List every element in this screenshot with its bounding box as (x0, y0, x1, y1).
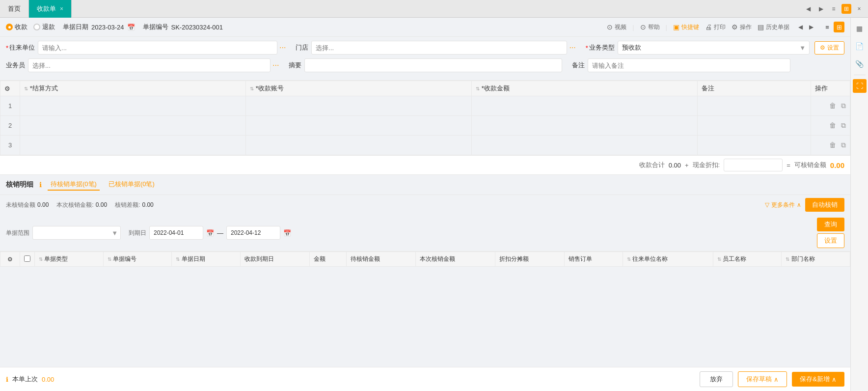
sidebar-table-icon[interactable]: ▦ (853, 22, 867, 35)
op-cell-3: 🗑 ⧉ (811, 136, 850, 155)
copy-icon-3[interactable]: ⧉ (841, 141, 846, 149)
layout-grid-icon[interactable]: ⊞ (834, 22, 844, 32)
tab-home[interactable]: 首页 (0, 0, 29, 18)
date-calendar-to-icon[interactable]: 📅 (283, 229, 291, 237)
bill-range-field: 单据范围 ▼ (6, 226, 121, 240)
bt-th-gear[interactable]: ⚙ (0, 252, 20, 267)
counterpart-ellipsis-btn[interactable]: ··· (279, 43, 286, 52)
history-label: 历史单据 (766, 23, 789, 31)
operation-btn[interactable]: ⚙ 操作 (732, 23, 752, 31)
delete-icon-2[interactable]: 🗑 (829, 121, 836, 129)
tab-receipt[interactable]: 收款单 × (29, 0, 72, 18)
remark-cell-3[interactable] (698, 136, 811, 155)
settle-cell-2[interactable] (20, 116, 246, 136)
date-to-input[interactable] (226, 226, 280, 240)
remark-input[interactable] (588, 58, 790, 72)
nav-next-btn[interactable]: ▶ (806, 22, 816, 32)
bt-gear-icon: ⚙ (7, 256, 13, 263)
date-from-input[interactable] (149, 226, 203, 240)
salesperson-input[interactable] (28, 58, 271, 72)
shortcut-icon: ▣ (673, 23, 679, 31)
save-new-btn[interactable]: 保存&新增 ∧ (792, 372, 844, 387)
tab-grid-btn[interactable]: ⊞ (841, 4, 851, 14)
tab-next-btn[interactable]: ▶ (816, 4, 826, 14)
footer-info-icon[interactable]: ℹ (6, 376, 8, 383)
salesperson-ellipsis-btn[interactable]: ··· (272, 61, 279, 70)
gear-icon: ⚙ (4, 85, 10, 92)
bt-th-salesorder: 销售订单 (565, 252, 623, 267)
shortcut-btn[interactable]: ▣ 快捷键 (673, 23, 699, 31)
verify-stats: 未核销金额 0.00 本次核销金额: 0.00 核销差额: 0.00 ▽ 更多条… (0, 195, 850, 215)
video-btn[interactable]: ⊙ 视频 (607, 23, 626, 31)
th-amount: ⇅ *收款金额 (472, 81, 698, 96)
tab-prev-btn[interactable]: ◀ (803, 4, 813, 14)
delete-icon-3[interactable]: 🗑 (829, 141, 836, 149)
date-range-separator: — (217, 229, 223, 237)
net-label: 可核销金额 (794, 161, 826, 169)
settle-cell-1[interactable] (20, 96, 246, 116)
discount-input[interactable] (724, 159, 783, 171)
data-table-area: ⚙ ⇅ *结算方式 ⇅ *收款账号 ⇅ *收款金额 备注 操作 1 (0, 81, 850, 156)
sidebar-expand-icon[interactable]: ⛶ (853, 79, 867, 93)
help-btn[interactable]: ⊙ 帮助 (640, 23, 660, 31)
filter-settings-btn[interactable]: 设置 (817, 233, 844, 248)
summary-input[interactable] (304, 58, 562, 72)
sidebar-doc-icon[interactable]: 📄 (853, 39, 867, 53)
bt-th-billdate: ⇅ 单据日期 (172, 252, 241, 267)
counterpart-required-star: * (6, 44, 8, 52)
print-btn[interactable]: 🖨 打印 (705, 23, 726, 31)
radio-receipt[interactable]: 收款 (6, 23, 27, 31)
verify-header: 核销明细 ℹ 待核销单据(0笔) 已核销单据(0笔) (0, 175, 850, 195)
current-label: 本单上次 (12, 375, 38, 384)
form-settings-btn[interactable]: ⚙ 设置 (814, 41, 844, 55)
remark-cell-1[interactable] (698, 96, 811, 116)
date-calendar-from-icon[interactable]: 📅 (206, 229, 214, 237)
th-settle: ⇅ *结算方式 (20, 81, 246, 96)
amount-cell-1[interactable] (472, 96, 698, 116)
query-btn[interactable]: 查询 (817, 218, 844, 231)
account-cell-2[interactable] (246, 116, 472, 136)
diff-label: 核销差额: (115, 201, 140, 209)
biz-type-input[interactable] (618, 41, 810, 55)
date-calendar-icon[interactable]: 📅 (127, 24, 135, 31)
bt-th-discount: 折扣分摊额 (495, 252, 565, 267)
remark-cell-2[interactable] (698, 116, 811, 136)
bt-th-duedate: 收款到期日 (240, 252, 309, 267)
bill-range-select[interactable] (32, 226, 121, 240)
copy-icon-1[interactable]: ⧉ (841, 102, 846, 110)
filter-icon: ▽ (765, 201, 769, 208)
verify-info-icon[interactable]: ℹ (39, 181, 42, 189)
summary-row: 收款合计 0.00 + 现金折扣: = 可核销金额 0.00 (0, 156, 850, 175)
more-conditions-btn[interactable]: ▽ 更多条件 ∧ (765, 201, 801, 209)
abandon-btn[interactable]: 放弃 (700, 371, 733, 387)
copy-icon-2[interactable]: ⧉ (841, 121, 846, 129)
current-stat: 本次核销金额: 0.00 (56, 201, 107, 209)
tab-close-all-btn[interactable]: × (854, 4, 864, 14)
delete-icon-1[interactable]: 🗑 (829, 102, 836, 110)
discount-label: 现金折扣: (693, 161, 720, 169)
store-ellipsis-btn[interactable]: ··· (569, 43, 575, 52)
help-icon: ⊙ (640, 23, 646, 31)
store-input[interactable] (311, 41, 567, 55)
history-btn[interactable]: ▤ 历史单据 (758, 23, 789, 31)
nav-prev-btn[interactable]: ◀ (795, 22, 805, 32)
verify-tab-pending[interactable]: 待核销单据(0笔) (48, 179, 100, 191)
tab-bar: 首页 收款单 × ◀ ▶ ≡ ⊞ × (0, 0, 868, 18)
tab-menu-btn[interactable]: ≡ (829, 4, 839, 14)
auto-cancel-btn[interactable]: 自动核销 (805, 198, 844, 212)
radio-refund[interactable]: 退款 (33, 23, 55, 31)
account-cell-3[interactable] (246, 136, 472, 155)
th-gear[interactable]: ⚙ (0, 81, 20, 96)
sidebar-attach-icon[interactable]: 📎 (853, 57, 867, 71)
account-cell-1[interactable] (246, 96, 472, 116)
counterpart-input[interactable] (38, 41, 277, 55)
verify-tab-completed[interactable]: 已核销单据(0笔) (106, 179, 158, 191)
save-draft-btn[interactable]: 保存草稿 ∧ (738, 371, 787, 387)
settle-cell-3[interactable] (20, 136, 246, 155)
video-label: 视频 (615, 23, 626, 31)
bt-check-all[interactable] (24, 255, 30, 262)
tab-close-icon[interactable]: × (60, 5, 63, 12)
amount-cell-2[interactable] (472, 116, 698, 136)
layout-list-icon[interactable]: ≡ (822, 22, 833, 32)
amount-cell-3[interactable] (472, 136, 698, 155)
